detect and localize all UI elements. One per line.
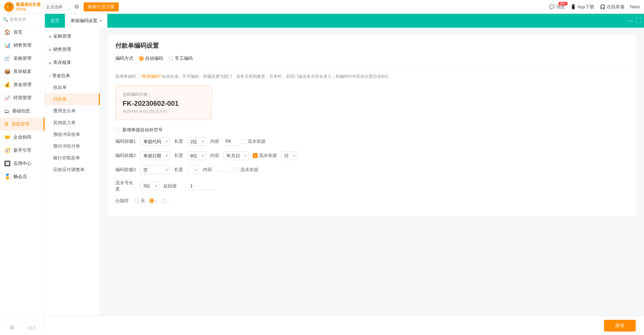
mobile-icon: 📱 xyxy=(570,4,576,9)
sidebar-item-home[interactable]: 🏠 首页 xyxy=(0,26,45,39)
sidebar-item-apps[interactable]: 🔲 应用中心 xyxy=(0,157,45,170)
sidebar-item-enterprise[interactable]: 🤝 企业协同 xyxy=(0,131,45,144)
sep-dot-dot[interactable] xyxy=(161,198,166,203)
sidebar-item-finance[interactable]: 💰 资金管理 xyxy=(0,78,45,91)
sep-dash-label: - xyxy=(155,198,157,203)
maximize-icon[interactable]: ⛶ xyxy=(636,18,641,24)
manual-encode-radio[interactable]: 手工编码 xyxy=(169,55,193,62)
auto-encode-radio[interactable]: 自动编码 xyxy=(139,55,163,62)
sep-dot-label: . xyxy=(167,198,169,203)
sidebar-item-operation[interactable]: 📈 经营管理 xyxy=(0,91,45,104)
prefix2-select[interactable]: 单据代码 单据日期 空 xyxy=(140,151,170,160)
group-header-sales[interactable]: ▶ 销售管理 xyxy=(45,44,100,55)
messages-button[interactable]: 💬 消息 99+ xyxy=(549,4,565,10)
sidebar-label-system: 系统管理 xyxy=(11,121,29,127)
sep-none-dot[interactable] xyxy=(134,198,139,203)
sep-dot-radio[interactable]: . xyxy=(161,198,169,203)
group-header-stock[interactable]: ▶ 库存核算 xyxy=(45,57,100,68)
separator-row: 分隔符 无 - . xyxy=(115,198,629,204)
prefix1-select[interactable]: 单据代码 单据日期 空 xyxy=(140,137,170,146)
top-header: 🍊 畅通道好生意 搭配版 企业选择 ⚙ 体验行业方案 💬 消息 99+ 📱 Ap… xyxy=(0,0,644,14)
serial-select[interactable]: 3位 4位 5位 xyxy=(140,182,159,190)
minimize-icon[interactable]: — xyxy=(627,18,633,24)
prefix3-length-wrapper xyxy=(187,166,199,174)
prefix1-length-select[interactable]: 2位 4位 8位 xyxy=(187,137,206,146)
group-label-funds: 资金往来 xyxy=(52,73,70,79)
prefix2-flow-checkbox: ✓ 流水依据 xyxy=(253,152,277,159)
manual-encode-dot[interactable] xyxy=(169,56,173,61)
active-tab-label: 单据编码设置 xyxy=(70,18,97,24)
company-select[interactable]: 企业选择 xyxy=(44,3,70,10)
tab-home[interactable]: 首页 xyxy=(45,14,65,28)
prefix2-content-select[interactable]: 年月日 年月 年 xyxy=(223,151,249,160)
prefix2-flow-label: 流水依据 xyxy=(259,152,277,159)
system-icon: ⚙ xyxy=(4,121,9,127)
bottom-bar: 保存 xyxy=(45,316,644,335)
online-service-button[interactable]: 🎧 在线客服 xyxy=(600,4,625,10)
settings-icon[interactable]: ⚙ xyxy=(73,3,81,11)
prefix2-flow-unit-wrapper: 日 月 年 xyxy=(281,151,297,160)
header-right: 💬 消息 99+ 📱 App下载 🎧 在线客服 Nare xyxy=(549,4,640,10)
secondary-item-prepay-recv[interactable]: 预收冲应收单 xyxy=(45,129,100,140)
tab-bar: 首页 单据编码设置 × — ⛶ xyxy=(45,14,644,28)
sep-dash-dot[interactable] xyxy=(149,198,154,203)
solution-button[interactable]: 体验行业方案 xyxy=(84,2,119,11)
group-header-funds[interactable]: ▾ 资金往来 xyxy=(45,70,100,82)
user-menu[interactable]: Nare xyxy=(630,4,640,9)
group-header-purchase[interactable]: ▶ 采购管理 xyxy=(45,30,100,42)
main-panel: 付款单编码设置 编码方式 自动编码 手工编码 xyxy=(100,28,644,316)
prefix3-flow-checkbox: 流水依据 xyxy=(234,167,258,173)
sidebar-label-guide: 新手引导 xyxy=(13,147,31,153)
prefix3-select[interactable]: 单据代码 单据日期 空 xyxy=(140,166,170,174)
prefix3-content-label: 内容 xyxy=(203,167,212,173)
settings-bottom-icon[interactable]: ⚙ xyxy=(8,323,16,332)
collapse-icon[interactable]: ◁‌◁ xyxy=(26,323,37,332)
sidebar-label-basic: 基础信息 xyxy=(12,108,30,114)
sidebar-search[interactable]: 🔍 搜索菜单 xyxy=(0,14,45,26)
prefix2-content-select-wrapper: 年月日 年月 年 xyxy=(223,151,249,160)
enterprise-icon: 🤝 xyxy=(4,134,11,140)
sidebar-item-inventory[interactable]: 📦 库存核算 xyxy=(0,65,45,78)
prefix1-content-value: FK xyxy=(223,137,237,146)
prefix3-flow-label: 流水依据 xyxy=(240,167,258,173)
operation-icon: 📈 xyxy=(4,95,11,101)
sidebar-item-basic[interactable]: 🗂 基础信息 xyxy=(0,104,45,118)
save-button[interactable]: 保存 xyxy=(604,320,636,332)
start-value-input[interactable] xyxy=(188,182,216,190)
prefix3-length-select[interactable] xyxy=(187,166,199,174)
secondary-item-other-income[interactable]: 其他收入单 xyxy=(45,117,100,129)
settings-card: 付款单编码设置 编码方式 自动编码 手工编码 xyxy=(108,35,636,216)
member-icon: 🏅 xyxy=(4,174,11,180)
prefix2-length-select[interactable]: 2位 4位 8位 xyxy=(187,151,206,160)
start-label: 起始值 xyxy=(163,183,184,189)
sidebar-label-finance: 资金管理 xyxy=(13,82,31,88)
prefix1-row: 编码前缀1 单据代码 单据日期 空 长度 2位 xyxy=(115,137,629,146)
secondary-item-payment[interactable]: 付款单 xyxy=(45,93,100,105)
sidebar-item-system[interactable]: ⚙ 系统管理 xyxy=(0,118,45,131)
group-label-stock: 库存核算 xyxy=(53,59,71,66)
sidebar-label-operation: 经营管理 xyxy=(13,95,31,101)
sep-dash-radio[interactable]: - xyxy=(149,198,157,203)
secondary-item-prepay-pay[interactable]: 预付冲应付单 xyxy=(45,140,100,152)
sidebar-item-purchase[interactable]: 🛒 采购管理 xyxy=(0,52,45,65)
prefix3-flow-box[interactable] xyxy=(234,167,239,172)
sidebar-item-sales[interactable]: 📊 销售管理 xyxy=(0,39,45,52)
sep-none-radio[interactable]: 无 xyxy=(134,198,145,204)
secondary-item-receipt[interactable]: 收款单 xyxy=(45,82,100,93)
sidebar-item-guide[interactable]: 🧭 新手引导 xyxy=(0,144,45,157)
app-download-button[interactable]: 📱 App下载 xyxy=(570,4,594,10)
tab-encoding-settings[interactable]: 单据编码设置 × xyxy=(65,14,107,28)
tab-close-icon[interactable]: × xyxy=(99,18,102,23)
secondary-item-expense[interactable]: 费用支出单 xyxy=(45,105,100,117)
auto-encode-dot[interactable] xyxy=(139,56,144,61)
arrow-sales: ▶ xyxy=(49,48,52,52)
finance-icon: 💰 xyxy=(4,82,11,88)
secondary-item-bank[interactable]: 银行存取款单 xyxy=(45,152,100,164)
secondary-item-adjust[interactable]: 应收应付调整单 xyxy=(45,164,100,176)
prefix2-flow-unit-select[interactable]: 日 月 年 xyxy=(281,151,297,160)
prefix2-flow-box[interactable]: ✓ xyxy=(253,153,258,158)
auto-fill-checkbox[interactable] xyxy=(115,128,120,132)
sidebar-item-member[interactable]: 🏅 畅会员 xyxy=(0,170,45,183)
preview-code: FK-20230602-001 xyxy=(123,100,205,108)
prefix1-flow-box[interactable] xyxy=(241,139,246,144)
